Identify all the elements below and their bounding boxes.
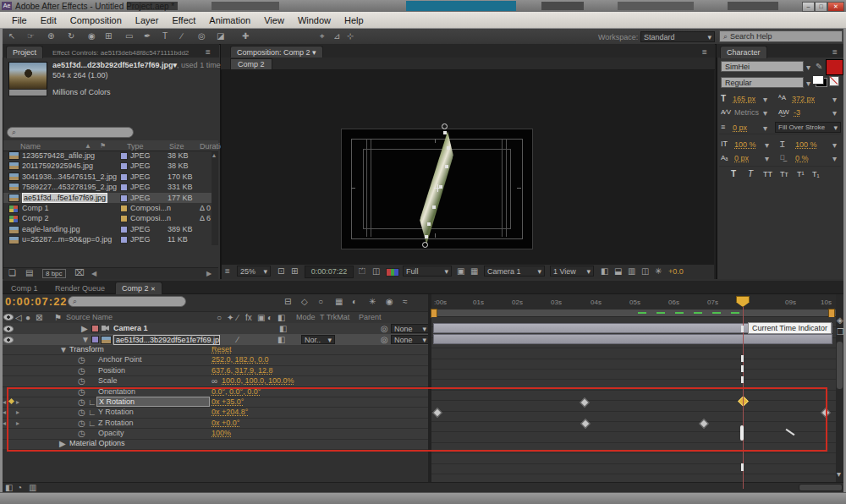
label-chip[interactable] <box>120 215 128 222</box>
timeline-timecode[interactable]: 0:00:07:22 <box>5 295 68 308</box>
tab-effect-controls[interactable]: Effect Controls: ae51f3deb48f8c5471111bd… <box>52 49 196 57</box>
rotation-handle[interactable] <box>422 242 428 248</box>
layer-handle[interactable] <box>427 222 431 226</box>
label-chip[interactable] <box>120 152 128 160</box>
pen-tool[interactable]: ✒ <box>144 32 151 41</box>
expander-icon[interactable]: ▶ <box>81 325 88 333</box>
close-icon[interactable]: ✕ <box>151 286 156 292</box>
eraser-tool[interactable]: ◪ <box>217 32 224 41</box>
clone-stamp-tool[interactable]: ◎ <box>198 32 206 41</box>
y-rotation-value[interactable]: 0x +204.8° <box>212 408 248 416</box>
view-layout-dropdown[interactable]: 1 View▾ <box>550 266 594 277</box>
project-row-name[interactable]: 3041938...345476151_2.jpg <box>22 173 117 181</box>
sort-asc-icon[interactable]: ▲ <box>85 142 91 150</box>
menu-animation[interactable]: Animation <box>202 15 257 25</box>
eyedropper-icon[interactable]: ✎ <box>816 63 822 71</box>
parent-pickwhip-icon[interactable]: ◎ <box>381 325 388 333</box>
bit-depth-badge[interactable]: 8 bpc <box>42 269 66 278</box>
faux-bold-button[interactable]: T <box>731 169 736 178</box>
puppet-pin-tool[interactable]: ✚ <box>242 32 249 41</box>
project-row-name[interactable]: eagle-landing.jpg <box>22 225 80 233</box>
workspace-dropdown[interactable]: Standard▾ <box>640 31 715 42</box>
kf-next-icon[interactable]: ▸ <box>16 408 19 416</box>
hide-shy-layers-button[interactable]: ○ <box>318 298 323 306</box>
transparency-grid-icon[interactable]: ▦ <box>470 267 478 276</box>
all-caps-button[interactable]: TT <box>763 170 772 178</box>
menu-window[interactable]: Window <box>291 15 338 25</box>
menu-file[interactable]: File <box>5 15 34 25</box>
camera-dropdown[interactable]: Camera 1▾ <box>484 266 545 277</box>
baseline-shift-value[interactable]: 0 px <box>734 154 749 162</box>
eye-icon[interactable] <box>3 326 14 332</box>
x-rotation-value[interactable]: 0x +35.0° <box>212 397 244 406</box>
layer-color-chip[interactable] <box>91 336 99 343</box>
label-column-icon[interactable]: ⚑ <box>100 142 106 150</box>
timeline-search-box[interactable]: ⌕ <box>68 296 186 307</box>
link-icon[interactable]: ∞ <box>212 377 217 386</box>
column-type[interactable]: Type <box>127 142 144 151</box>
project-scrollbar[interactable] <box>212 151 218 245</box>
view-axis-mode-button[interactable]: ⊹ <box>347 32 354 41</box>
parent-dropdown-camera[interactable]: None▾ <box>391 324 430 333</box>
project-row-name[interactable]: Comp 2 <box>22 214 49 222</box>
trkmat-header[interactable]: T TrkMat <box>320 313 349 321</box>
layer-handle[interactable] <box>432 205 436 209</box>
chevron-down-icon[interactable]: ▾ <box>763 109 767 118</box>
timeline-zoom-slider[interactable] <box>799 484 843 491</box>
stopwatch-icon[interactable]: ◷ <box>78 388 85 397</box>
stopwatch-icon[interactable]: ◷ <box>78 398 85 407</box>
layer-name-camera[interactable]: Camera 1 <box>113 324 148 332</box>
scroll-up-icon[interactable]: ▴ <box>212 151 216 159</box>
camera-tool[interactable]: ◉ <box>88 32 96 41</box>
kf-next-icon[interactable]: ▸ <box>16 419 19 427</box>
z-rotation-value[interactable]: 0x +0.0° <box>212 419 239 427</box>
fast-previews-icon[interactable]: ⬓ <box>614 267 622 276</box>
chevron-down-icon[interactable]: ▾ <box>832 109 837 118</box>
small-caps-button[interactable]: Tᴛ <box>780 170 788 178</box>
scroll-right-icon[interactable]: ▶ <box>206 270 212 277</box>
menu-help[interactable]: Help <box>338 15 371 25</box>
tab-composition[interactable]: Composition: Comp 2 ▾ <box>230 46 323 58</box>
property-orientation[interactable]: Orientation <box>98 387 135 396</box>
expand-transfer-toggle[interactable]: ◔ <box>17 484 22 492</box>
help-search-box[interactable]: ⌕ Search Help <box>719 30 843 42</box>
transform-reset[interactable]: Reset <box>212 345 232 353</box>
project-row-name[interactable]: 1236579428_afile.jpg <box>22 151 95 160</box>
property-opacity[interactable]: Opacity <box>98 429 124 437</box>
chevron-down-icon[interactable]: ▾ <box>763 124 767 133</box>
safe-zones-icon[interactable]: ⊡ <box>277 267 284 276</box>
chevron-down-icon[interactable]: ▾ <box>765 141 769 150</box>
trash-icon[interactable]: ⌧ <box>74 269 85 277</box>
kf-prev-icon[interactable]: ◂ <box>3 419 6 427</box>
expander-icon[interactable]: ▶ <box>59 440 66 448</box>
comp-subtab[interactable]: Comp 2 <box>230 58 272 70</box>
rotation-tool[interactable]: ↻ <box>68 32 74 41</box>
tab-character[interactable]: Character <box>720 46 767 58</box>
scrollbar-thumb[interactable] <box>837 342 843 389</box>
graph-editor-button[interactable]: ≈ <box>403 298 408 306</box>
property-position[interactable]: Position <box>98 366 125 375</box>
label-chip[interactable] <box>120 236 128 244</box>
minimize-button[interactable]: – <box>802 2 815 12</box>
pixel-aspect-icon[interactable]: ◧ <box>601 267 608 276</box>
layer-bar-image[interactable] <box>433 334 832 344</box>
stopwatch-icon[interactable]: ◷ <box>78 408 85 417</box>
horizontal-scale-value[interactable]: 100 % <box>795 140 817 149</box>
exposure-value[interactable]: +0.0 <box>668 267 684 276</box>
draft-3d-button[interactable]: ◇ <box>301 298 308 306</box>
maximize-button[interactable]: □ <box>815 2 827 12</box>
expand-switches-toggle[interactable]: ◧ <box>5 484 13 492</box>
world-axis-mode-button[interactable]: ⊿ <box>333 32 340 41</box>
panel-menu-icon[interactable]: ≡ <box>206 48 211 57</box>
brush-tool[interactable]: ∕ <box>181 32 183 41</box>
menu-composition[interactable]: Composition <box>63 15 129 25</box>
new-folder-icon[interactable]: ▤ <box>25 269 33 277</box>
3d-toggle-icon[interactable]: ◧ <box>277 336 285 344</box>
layer-row-camera[interactable] <box>0 323 431 335</box>
tab-project[interactable]: Project <box>6 46 43 58</box>
expander-icon[interactable]: ▼ <box>59 346 68 354</box>
leading-value[interactable]: 372 px <box>792 95 815 103</box>
expand-inout-toggle[interactable]: ▥ <box>29 484 36 492</box>
superscript-button[interactable]: T¹ <box>797 170 805 178</box>
property-x-rotation-selected[interactable]: X Rotation <box>96 397 210 407</box>
